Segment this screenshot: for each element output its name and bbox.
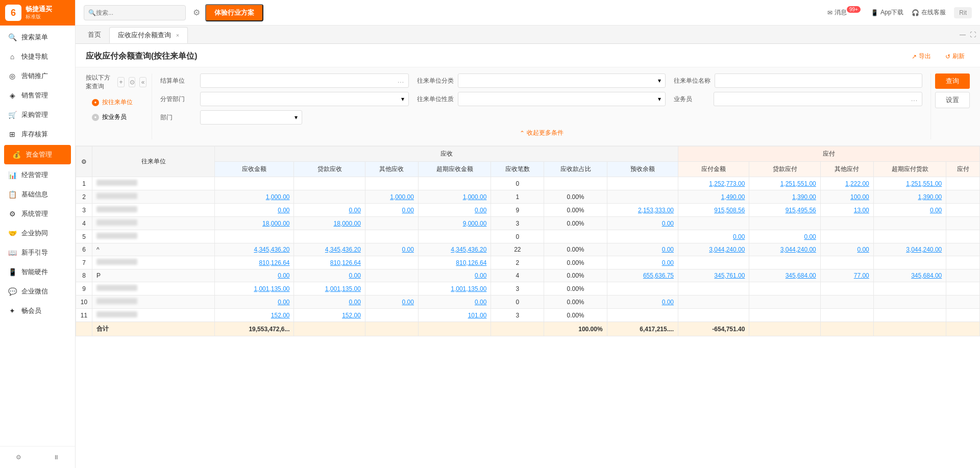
cell-other_receivable[interactable]: 0.00 <box>365 295 418 309</box>
cell-receivable_amt[interactable]: 1,000.00 <box>215 190 294 204</box>
link-other_payable[interactable]: 0.00 <box>857 246 869 253</box>
sidebar-item-finance[interactable]: 💰 资金管理 <box>4 145 71 164</box>
link-loan_receivable[interactable]: 0.00 <box>349 207 361 214</box>
scheme-item-staff[interactable]: ● 按业务员 <box>88 111 146 124</box>
sidebar-item-wechat[interactable]: 💬 企业微信 <box>0 282 75 301</box>
link-other_receivable[interactable]: 0.00 <box>402 299 414 306</box>
sidebar-item-search[interactable]: 🔍 搜索菜单 <box>0 28 75 47</box>
cell-overdue_payable[interactable]: 3,044,240.00 <box>873 243 946 256</box>
settings-btn[interactable]: ⚙ <box>10 451 28 464</box>
cell-overdue_receivable[interactable]: 1,001,135.00 <box>418 282 491 295</box>
cell-loan_receivable[interactable]: 0.00 <box>294 204 365 217</box>
cell-loan_payable[interactable]: 0.00 <box>749 230 820 243</box>
cell-loan_payable[interactable]: 345,684.00 <box>749 269 820 282</box>
sidebar-item-basic[interactable]: 📋 基础信息 <box>0 185 75 204</box>
export-button[interactable]: ↗ 导出 <box>906 50 936 63</box>
sidebar-item-purchase[interactable]: 🛒 采购管理 <box>0 105 75 125</box>
cell-receivable_amt[interactable]: 1,001,135.00 <box>215 282 294 295</box>
cell-payable_amt[interactable]: 0.00 <box>678 230 749 243</box>
cell-payable_amt[interactable]: 915,508.56 <box>678 204 749 217</box>
cell-loan_receivable[interactable]: 1,001,135.00 <box>294 282 365 295</box>
sidebar-item-inventory[interactable]: ⊞ 库存核算 <box>0 125 75 144</box>
link-overdue_payable[interactable]: 1,390.00 <box>918 193 942 201</box>
collapse-more-btn[interactable]: ⌃ 收起更多条件 <box>160 127 922 139</box>
cell-other_payable[interactable]: 100.00 <box>820 190 873 204</box>
cell-payable_amt[interactable]: 3,044,240.00 <box>678 243 749 256</box>
filter-settings-button[interactable]: ⊙ <box>129 77 136 87</box>
table-settings-icon[interactable]: ⚙ <box>81 158 87 165</box>
cell-loan_receivable[interactable]: 0.00 <box>294 295 365 309</box>
cell-loan_payable[interactable]: 915,495.56 <box>749 204 820 217</box>
link-loan_payable[interactable]: 1,251,551.00 <box>780 180 816 187</box>
cell-overdue_receivable[interactable]: 101.00 <box>418 309 491 322</box>
query-button[interactable]: 查询 <box>935 73 970 89</box>
message-action[interactable]: ✉ 消息 99+ <box>827 8 863 17</box>
link-receivable_amt[interactable]: 810,126.64 <box>259 259 289 266</box>
cell-overdue_receivable[interactable]: 1,000.00 <box>418 190 491 204</box>
link-overdue_receivable[interactable]: 1,000.00 <box>463 193 487 201</box>
app-download-action[interactable]: 📱 App下载 <box>871 8 903 17</box>
settlement-input[interactable]: ... <box>200 73 409 88</box>
cell-receivable_amt[interactable]: 4,345,436.20 <box>215 243 294 256</box>
cell-overdue_receivable[interactable]: 4,345,436.20 <box>418 243 491 256</box>
link-loan_receivable[interactable]: 810,126.64 <box>330 259 361 266</box>
dept-manage-input[interactable]: ▾ <box>200 92 409 106</box>
tab-close-icon[interactable]: × <box>176 32 179 38</box>
link-advance_balance[interactable]: 0.00 <box>662 246 674 253</box>
link-payable_amt[interactable]: 345,761.00 <box>714 272 745 279</box>
sidebar-item-member[interactable]: ✦ 畅会员 <box>0 301 75 321</box>
promo-button[interactable]: 体验行业方案 <box>205 4 263 21</box>
cell-loan_payable[interactable]: 1,390.00 <box>749 190 820 204</box>
cell-loan_receivable[interactable]: 18,000.00 <box>294 217 365 230</box>
link-loan_payable[interactable]: 0.00 <box>804 233 816 240</box>
unit-category-input[interactable]: ▾ <box>458 73 666 88</box>
link-payable_amt[interactable]: 915,508.56 <box>714 207 745 214</box>
link-payable_amt[interactable]: 1,252,773.00 <box>709 180 745 187</box>
sidebar-item-marketing[interactable]: ◎ 营销推广 <box>0 66 75 86</box>
cell-other_receivable[interactable]: 1,000.00 <box>365 190 418 204</box>
link-loan_payable[interactable]: 345,684.00 <box>786 272 816 279</box>
link-overdue_receivable[interactable]: 0.00 <box>475 272 486 279</box>
cell-overdue_receivable[interactable]: 810,126.64 <box>418 256 491 269</box>
cell-other_receivable[interactable]: 0.00 <box>365 243 418 256</box>
cell-loan_receivable[interactable]: 810,126.64 <box>294 256 365 269</box>
tab-home[interactable]: 首页 <box>80 27 109 42</box>
cell-overdue_payable[interactable]: 1,251,551.00 <box>873 177 946 190</box>
link-receivable_amt[interactable]: 152.00 <box>271 312 290 319</box>
link-loan_receivable[interactable]: 18,000.00 <box>333 220 360 227</box>
cell-receivable_amt[interactable]: 152.00 <box>215 309 294 322</box>
link-receivable_amt[interactable]: 18,000.00 <box>262 220 289 227</box>
cell-receivable_amt[interactable]: 0.00 <box>215 295 294 309</box>
link-advance_balance[interactable]: 0.00 <box>662 220 674 227</box>
link-overdue_receivable[interactable]: 1,001,135.00 <box>451 285 486 292</box>
cell-receivable_amt[interactable]: 18,000.00 <box>215 217 294 230</box>
link-loan_receivable[interactable]: 0.00 <box>349 299 361 306</box>
cell-loan_receivable[interactable]: 4,345,436.20 <box>294 243 365 256</box>
cell-payable_amt[interactable]: 1,252,773.00 <box>678 177 749 190</box>
link-loan_payable[interactable]: 3,044,240.00 <box>780 246 816 253</box>
cell-other_receivable[interactable]: 0.00 <box>365 204 418 217</box>
user-name[interactable]: Rit <box>954 7 972 18</box>
link-overdue_payable[interactable]: 3,044,240.00 <box>906 246 942 253</box>
sidebar-item-quick[interactable]: ⌂ 快捷导航 <box>0 47 75 66</box>
link-other_receivable[interactable]: 0.00 <box>402 246 414 253</box>
cell-loan_payable[interactable]: 1,251,551.00 <box>749 177 820 190</box>
sidebar-item-collab[interactable]: 🤝 企业协同 <box>0 224 75 243</box>
link-advance_balance[interactable]: 0.00 <box>662 299 674 306</box>
link-receivable_amt[interactable]: 1,001,135.00 <box>254 285 289 292</box>
cell-loan_receivable[interactable]: 152.00 <box>294 309 365 322</box>
link-overdue_payable[interactable]: 345,684.00 <box>911 272 942 279</box>
cell-other_payable[interactable]: 0.00 <box>820 243 873 256</box>
link-other_receivable[interactable]: 1,000.00 <box>390 193 414 201</box>
tab-minimize-icon[interactable]: — <box>960 31 966 38</box>
link-loan_payable[interactable]: 1,390.00 <box>792 193 816 201</box>
cell-receivable_amt[interactable]: 0.00 <box>215 204 294 217</box>
cell-payable_amt[interactable]: 1,490.00 <box>678 190 749 204</box>
link-other_payable[interactable]: 13.00 <box>854 207 869 214</box>
link-receivable_amt[interactable]: 0.00 <box>278 207 289 214</box>
tab-maximize-icon[interactable]: ⛶ <box>970 31 976 38</box>
header-search-box[interactable]: 🔍 <box>84 5 186 20</box>
cell-advance_balance[interactable]: 0.00 <box>607 256 678 269</box>
cell-overdue_receivable[interactable]: 0.00 <box>418 269 491 282</box>
link-loan_payable[interactable]: 915,495.56 <box>786 207 816 214</box>
